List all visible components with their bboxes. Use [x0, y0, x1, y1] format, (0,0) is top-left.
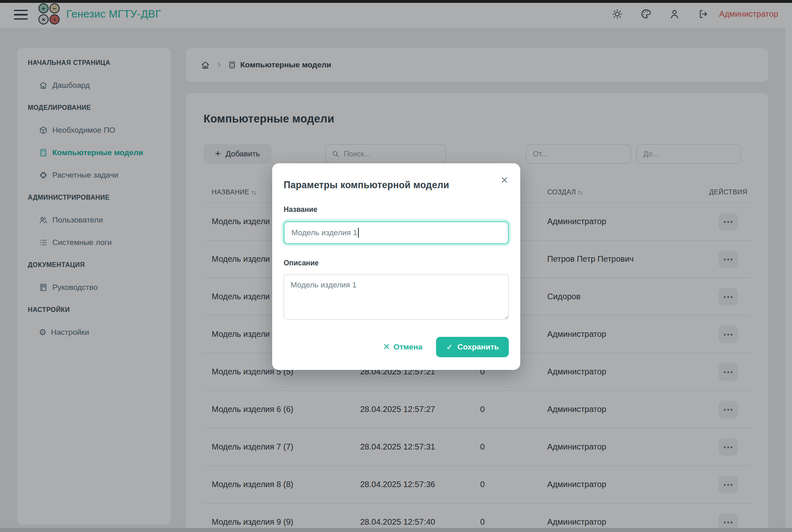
name-input[interactable]: Модель изделия 1	[284, 221, 509, 244]
dialog-actions: Отмена Сохранить	[284, 337, 509, 357]
description-field-label: Описание	[284, 259, 509, 267]
dialog-title: Параметры компьютерной модели	[284, 180, 509, 191]
save-button[interactable]: Сохранить	[436, 337, 509, 357]
window-top-edge	[0, 0, 792, 3]
horizontal-scrollbar[interactable]	[0, 528, 792, 532]
cancel-button-label: Отмена	[394, 343, 423, 352]
close-icon[interactable]: ×	[501, 174, 508, 186]
model-params-dialog: Параметры компьютерной модели × Название…	[272, 163, 520, 370]
name-input-value: Модель изделия 1	[291, 228, 357, 237]
description-textarea[interactable]: Модель изделия 1	[284, 274, 509, 320]
name-field-label: Название	[284, 205, 509, 214]
text-cursor	[358, 228, 359, 238]
save-button-label: Сохранить	[457, 343, 499, 352]
vertical-scrollbar[interactable]	[785, 3, 792, 528]
cancel-button[interactable]: Отмена	[383, 342, 422, 352]
